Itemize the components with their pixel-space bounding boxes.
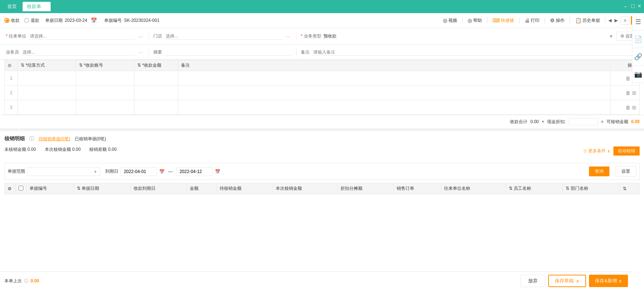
radio-receipt-circle xyxy=(4,18,9,23)
date-value[interactable]: 2023-03-24 xyxy=(65,18,87,23)
nav-prev-icon[interactable]: ◀ xyxy=(608,18,612,23)
store-more-icon[interactable]: ··· xyxy=(284,34,292,39)
col-remark-header: 备注 xyxy=(178,60,610,71)
remark-input[interactable] xyxy=(312,49,638,56)
shortcut-btn[interactable]: ⌨ 快捷键 xyxy=(490,17,516,24)
salesman-input[interactable] xyxy=(21,49,135,56)
table-settings-icon-2[interactable]: ⚙ xyxy=(8,186,12,191)
row-2-delete-icon[interactable]: 🗑 xyxy=(625,90,631,96)
discount-input[interactable] xyxy=(569,118,598,125)
col-emp-header: ⇅ 部门名称 xyxy=(563,183,620,194)
range-select[interactable] xyxy=(27,167,100,176)
row-3-settle[interactable] xyxy=(18,100,76,115)
col-doctype-header: 单据编号 xyxy=(27,183,74,194)
writeoff-stats: 未核销金额 0.00 本次核销金额 0.00 核销差额 0.00 ▽ 更多条件 … xyxy=(4,146,640,158)
maximize-icon[interactable]: □ xyxy=(631,3,635,11)
col-pending-header: 本次核销金额 xyxy=(273,183,338,194)
operation-icon: ⚙ xyxy=(550,17,555,23)
remark-label: 备注 xyxy=(301,49,310,55)
row-2-amount[interactable] xyxy=(134,86,178,100)
footer-info-icon[interactable]: ⓘ xyxy=(24,278,28,284)
nav-receipt[interactable]: 收款单 × xyxy=(23,2,51,11)
col-docno-header: ⇅ 单据日期 xyxy=(74,183,131,194)
toolbar-actions: ◎ 视频 ◎ 帮助 ⌨ 快捷键 🖨 打印 ⚙ 操作 xyxy=(441,16,640,25)
row-1-remark[interactable] xyxy=(178,71,610,86)
history-btn[interactable]: 📋 历史单据 xyxy=(573,17,602,24)
save-new-btn[interactable]: 保存&新增 ∧ xyxy=(589,275,628,287)
to-date-calendar-icon[interactable]: 📅 xyxy=(215,169,220,174)
writeoff-section: 核销明细 ⓘ 待核销单据(0笔) 已核销单据(0笔) 未核销金额 0.00 本次… xyxy=(0,131,644,199)
radio-receipt[interactable]: 收款 xyxy=(4,17,20,24)
due-date-field: 到期日 📅 — 📅 xyxy=(105,167,220,176)
to-date-input[interactable] xyxy=(176,167,213,176)
row-1-settle[interactable] xyxy=(18,71,76,86)
operation-btn[interactable]: ⚙ 操作 xyxy=(548,17,567,24)
video-btn[interactable]: ◎ 视频 xyxy=(441,17,459,24)
close-tab-icon[interactable]: × xyxy=(43,3,46,9)
total-value: 0.00 xyxy=(530,119,539,124)
biz-type-value: 预收款 xyxy=(323,33,337,39)
calendar-icon[interactable]: 📅 xyxy=(89,17,98,24)
row-2-remark[interactable] xyxy=(178,86,610,100)
table-settings-icon[interactable]: ⚙ xyxy=(8,63,12,68)
summary-field: 摘要 xyxy=(153,49,292,56)
done-tab[interactable]: 已核销单据(0笔) xyxy=(75,136,106,142)
nav-home[interactable]: 首页 xyxy=(3,2,21,11)
right-panel-btn-3[interactable]: 🔗 xyxy=(632,48,644,66)
close-window-icon[interactable]: × xyxy=(638,3,641,11)
right-panel-btn-2[interactable]: 📄 xyxy=(632,31,644,48)
biz-type-dropdown-icon[interactable]: ▼ xyxy=(609,34,613,39)
table-row: 2 🗑 ⊞ xyxy=(5,86,640,100)
salesman-label: 业务员 xyxy=(6,49,19,55)
row-2-num: 2 xyxy=(5,86,18,100)
col-check-header xyxy=(16,183,27,194)
filter-settings-btn[interactable]: 设置 xyxy=(615,166,636,177)
print-btn[interactable]: 🖨 打印 xyxy=(522,17,542,24)
row-3-delete-icon[interactable]: 🗑 xyxy=(625,105,631,110)
minimize-icon[interactable]: － xyxy=(623,3,628,11)
writeoff-info-icon[interactable]: ⓘ xyxy=(29,136,34,142)
row-3-remark[interactable] xyxy=(178,100,610,115)
form-row-1: 往来单位 ··· 门店 ··· 业务类型 预收款 ▼ ⚙ 设置 xyxy=(0,28,644,45)
help-btn[interactable]: ◎ 帮助 xyxy=(466,17,484,24)
more-conditions-btn[interactable]: ▽ 更多条件 ∧ xyxy=(584,148,610,154)
counterparty-input[interactable] xyxy=(28,33,135,40)
row-2-copy-icon[interactable]: ⊞ xyxy=(632,90,636,96)
range-field: 单据范围 ▼ xyxy=(8,167,99,176)
from-date-input[interactable] xyxy=(121,167,157,176)
row-2-settle[interactable] xyxy=(18,86,76,100)
row-2-account[interactable] xyxy=(76,86,134,100)
table-row: 1 🗑 ⊞ xyxy=(5,71,640,86)
save-new-btn-group: 保存&新增 ∧ xyxy=(589,275,628,287)
from-date-calendar-icon[interactable]: 📅 xyxy=(159,169,165,174)
row-3-ops: 🗑 ⊞ xyxy=(610,100,640,115)
select-all-checkbox[interactable] xyxy=(19,186,23,191)
auto-writeoff-btn[interactable]: 自动核销 xyxy=(613,146,640,156)
date-label: 单据日期 xyxy=(45,17,63,24)
col-current-header: 折扣分摊额 xyxy=(338,183,394,194)
abandon-btn[interactable]: 放弃 xyxy=(521,275,545,287)
summary-input[interactable] xyxy=(164,49,292,56)
store-input[interactable] xyxy=(164,33,282,40)
help-icon: ◎ xyxy=(468,17,472,23)
nav-next-icon[interactable]: ▶ xyxy=(614,18,618,23)
salesman-more-icon[interactable]: ··· xyxy=(137,49,144,55)
query-btn[interactable]: 查询 xyxy=(589,166,609,176)
right-panel-btn-4[interactable]: 📷 xyxy=(632,66,644,83)
row-1-amount[interactable] xyxy=(134,71,178,86)
radio-refund[interactable]: 退款 xyxy=(24,17,39,24)
list-view-btn[interactable]: ≡ xyxy=(621,16,629,25)
pending-tab[interactable]: 待核销单据(0笔) xyxy=(39,136,70,142)
row-2-ops: 🗑 ⊞ xyxy=(610,86,640,100)
row-1-delete-icon[interactable]: 🗑 xyxy=(625,75,631,81)
row-3-account[interactable] xyxy=(76,100,134,115)
counterparty-more-icon[interactable]: ··· xyxy=(137,34,144,39)
counterparty-field: 往来单位 ··· xyxy=(6,33,144,40)
row-3-amount[interactable] xyxy=(134,100,178,115)
row-1-account[interactable] xyxy=(76,71,134,86)
main-content: 收款 退款 单据日期 2023-03-24 📅 单据编号 SK-20230324… xyxy=(0,13,644,290)
save-draft-btn[interactable]: 保存草稿 ∧ xyxy=(549,275,586,287)
toolbar-row: 收款 退款 单据日期 2023-03-24 📅 单据编号 SK-20230324… xyxy=(0,13,644,28)
row-3-copy-icon[interactable]: ⊞ xyxy=(632,105,636,110)
right-panel-btn-1[interactable]: ☰ xyxy=(632,13,644,31)
